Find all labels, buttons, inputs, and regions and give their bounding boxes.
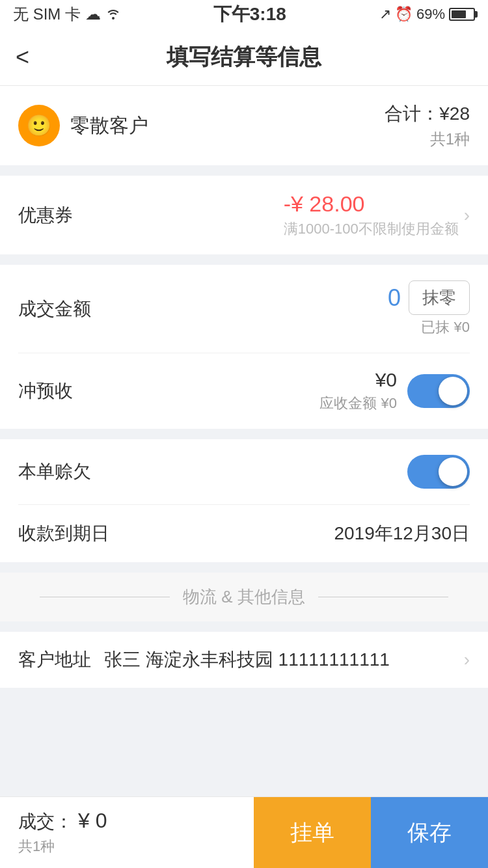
bottom-bar: 成交： ¥ 0 共1种 挂单 保存 [0, 796, 488, 868]
prepay-toggle-knob [439, 377, 467, 405]
prepay-row: 冲预收 ¥0 应收金额 ¥0 [0, 353, 488, 429]
deal-section: 成交金额 抹零 已抹 ¥0 冲预收 ¥0 应收金额 ¥0 [0, 265, 488, 429]
bottom-deal-amount: ¥ 0 [78, 809, 107, 833]
debt-toggle[interactable] [407, 455, 470, 489]
bottom-deal-row: 成交： ¥ 0 [18, 809, 236, 834]
pend-label: 挂单 [290, 818, 334, 848]
address-row[interactable]: 客户地址 张三 海淀永丰科技园 11111111111 › [0, 632, 488, 688]
customer-total: 合计：¥28 [385, 102, 470, 126]
status-time: 下午3:18 [213, 2, 286, 27]
due-date-row: 收款到期日 2019年12月30日 [0, 505, 488, 562]
status-right: ↗ ⏰ 69% [379, 6, 475, 23]
status-left: 无 SIM 卡 ☁ [13, 4, 120, 25]
battery-percent: 69% [416, 6, 445, 23]
battery-icon [449, 8, 475, 21]
debt-row: 本单赊欠 [0, 439, 488, 504]
logistics-header: 物流 & 其他信息 [18, 586, 470, 608]
deal-amount-sub: 已抹 ¥0 [349, 318, 470, 337]
prepay-amount: ¥0 [319, 369, 397, 391]
prepay-label: 冲预收 [18, 379, 73, 403]
address-label: 客户地址 [18, 647, 91, 672]
address-chevron-icon: › [464, 649, 470, 670]
due-date-label: 收款到期日 [18, 521, 109, 546]
coupon-label: 优惠券 [18, 203, 73, 228]
alarm-icon: ⏰ [395, 6, 413, 23]
coupon-amount: -¥ 28.00 [284, 191, 459, 217]
debt-right [407, 455, 470, 489]
bottom-info: 成交： ¥ 0 共1种 [0, 809, 254, 856]
customer-card: 🙂 零散客户 合计：¥28 共1种 [0, 86, 488, 165]
address-card: 客户地址 张三 海淀永丰科技园 11111111111 › [0, 632, 488, 688]
no-sim-label: 无 SIM 卡 ☁ [13, 4, 101, 25]
bottom-count: 共1种 [18, 837, 236, 856]
customer-row: 🙂 零散客户 合计：¥28 共1种 [0, 86, 488, 165]
deal-amount-row: 成交金额 抹零 已抹 ¥0 [0, 265, 488, 353]
content: 🙂 零散客户 合计：¥28 共1种 优惠券 -¥ 28.00 满1000-100… [0, 86, 488, 776]
coupon-card: 优惠券 -¥ 28.00 满1000-100不限制使用金额 › [0, 176, 488, 254]
debt-section: 本单赊欠 收款到期日 2019年12月30日 [0, 439, 488, 562]
logistics-section: 物流 & 其他信息 [0, 573, 488, 621]
customer-count: 共1种 [385, 129, 470, 150]
deal-amount-col: 抹零 已抹 ¥0 [349, 280, 470, 337]
logistics-label: 物流 & 其他信息 [183, 586, 305, 608]
address-value: 张三 海淀永丰科技园 11111111111 [104, 647, 459, 672]
debt-label: 本单赊欠 [18, 459, 91, 484]
coupon-right-info: -¥ 28.00 满1000-100不限制使用金额 [284, 191, 459, 239]
bottom-deal-label: 成交： [18, 809, 73, 834]
due-date-value: 2019年12月30日 [334, 521, 470, 546]
deal-amount-input[interactable] [349, 284, 401, 312]
page-title: 填写结算等信息 [167, 42, 321, 72]
save-label: 保存 [407, 818, 452, 848]
debt-toggle-knob [439, 457, 467, 486]
prepay-col: ¥0 应收金额 ¥0 [319, 369, 397, 413]
back-button[interactable]: < [16, 44, 29, 71]
coupon-desc: 满1000-100不限制使用金额 [284, 219, 459, 239]
customer-right: 合计：¥28 共1种 [385, 102, 470, 150]
deal-amount-right: 抹零 已抹 ¥0 [349, 280, 470, 337]
prepay-right: ¥0 应收金额 ¥0 [319, 369, 470, 413]
customer-avatar: 🙂 [18, 105, 60, 146]
status-bar: 无 SIM 卡 ☁ 下午3:18 ↗ ⏰ 69% [0, 0, 488, 29]
prepay-toggle[interactable] [407, 374, 470, 408]
nav-bar: < 填写结算等信息 [0, 29, 488, 86]
prepay-sub: 应收金额 ¥0 [319, 394, 397, 413]
coupon-chevron-icon: › [464, 205, 470, 226]
avatar-icon: 🙂 [26, 113, 52, 138]
customer-left: 🙂 零散客户 [18, 105, 148, 146]
save-button[interactable]: 保存 [371, 797, 488, 869]
customer-name: 零散客户 [70, 113, 148, 139]
wifi-icon [106, 5, 120, 23]
pend-button[interactable]: 挂单 [254, 797, 371, 869]
deal-amount-label: 成交金额 [18, 297, 91, 321]
coupon-row[interactable]: 优惠券 -¥ 28.00 满1000-100不限制使用金额 › [0, 176, 488, 254]
location-icon: ↗ [379, 6, 391, 23]
round-off-button[interactable]: 抹零 [409, 280, 470, 315]
